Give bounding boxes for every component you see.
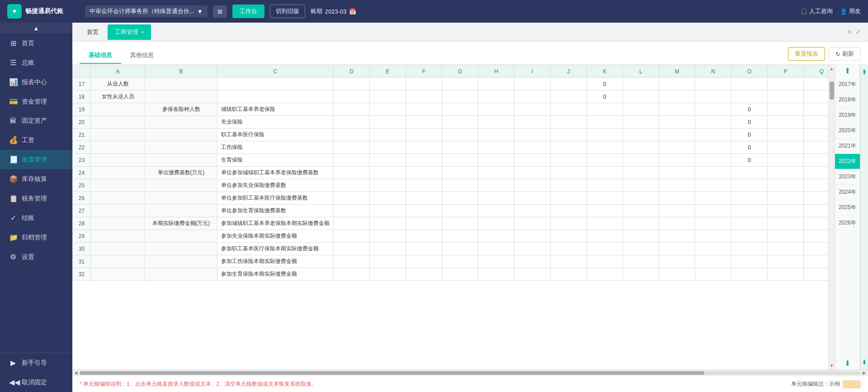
cell-G-24[interactable]	[442, 167, 478, 179]
cell-E-28[interactable]	[370, 217, 406, 230]
year-panel-down[interactable]: ⬇	[835, 357, 860, 369]
cell-C-21[interactable]: 职工基本医疗保险	[217, 129, 334, 141]
cell-P-28[interactable]	[768, 217, 804, 230]
cell-C-29[interactable]: 参加失业保险本期实际缴费金额	[217, 230, 334, 243]
cell-J-18[interactable]	[551, 91, 587, 103]
cell-D-18[interactable]	[334, 91, 370, 103]
cell-H-31[interactable]	[478, 255, 514, 268]
cell-L-19[interactable]	[623, 103, 659, 116]
cell-Q-19[interactable]	[804, 103, 829, 116]
cell-P-32[interactable]	[768, 268, 804, 281]
cell-J-17[interactable]	[551, 78, 587, 91]
cell-C-24[interactable]: 单位参加城镇职工基本养老保险缴费基数	[217, 167, 334, 179]
cell-F-30[interactable]	[406, 243, 442, 255]
cell-I-29[interactable]	[514, 230, 551, 243]
cell-P-24[interactable]	[768, 167, 804, 179]
cell-G-25[interactable]	[442, 179, 478, 192]
vscroll-track[interactable]	[829, 72, 835, 362]
cell-E-17[interactable]	[370, 78, 406, 91]
window-close-icon[interactable]: ×	[848, 28, 852, 36]
cell-C-18[interactable]	[217, 91, 334, 103]
cell-M-18[interactable]	[659, 91, 695, 103]
cell-N-21[interactable]	[695, 129, 731, 141]
sidebar-item-inventory[interactable]: 📦库存核算	[0, 169, 72, 189]
cell-P-30[interactable]	[768, 243, 804, 255]
cell-N-30[interactable]	[695, 243, 731, 255]
cell-P-27[interactable]	[768, 205, 804, 217]
cell-A-19[interactable]	[91, 103, 145, 116]
cell-P-29[interactable]	[768, 230, 804, 243]
vscroll-down[interactable]: ▼	[829, 362, 835, 369]
cell-H-29[interactable]	[478, 230, 514, 243]
cell-D-21[interactable]	[334, 129, 370, 141]
cell-M-28[interactable]	[659, 217, 695, 230]
hscroll-right[interactable]: ▶	[863, 370, 866, 375]
sub-tab-basic[interactable]: 基础信息	[80, 48, 121, 64]
cell-L-29[interactable]	[623, 230, 659, 243]
cell-K-25[interactable]	[587, 179, 623, 192]
cell-K-28[interactable]	[587, 217, 623, 230]
cell-O-25[interactable]	[731, 179, 768, 192]
cell-D-22[interactable]	[334, 141, 370, 154]
cell-Q-28[interactable]	[804, 217, 829, 230]
cell-B-21[interactable]	[145, 129, 217, 141]
cell-B-29[interactable]	[145, 230, 217, 243]
year-item-2021年[interactable]: 2021年	[835, 139, 860, 154]
cell-O-32[interactable]	[731, 268, 768, 281]
cell-B-31[interactable]	[145, 255, 217, 268]
cell-C-20[interactable]: 失业保险	[217, 116, 334, 129]
sidebar-item-report[interactable]: 📊报表中心	[0, 72, 72, 92]
cell-A-27[interactable]	[91, 205, 145, 217]
cell-B-20[interactable]	[145, 116, 217, 129]
cell-L-32[interactable]	[623, 268, 659, 281]
tab-close-icon[interactable]: ×	[141, 29, 144, 35]
cell-O-22[interactable]: 0	[731, 141, 768, 154]
cell-J-32[interactable]	[551, 268, 587, 281]
sidebar-item-home[interactable]: ⊞首页	[0, 33, 72, 53]
cell-Q-18[interactable]	[804, 91, 829, 103]
cell-E-18[interactable]	[370, 91, 406, 103]
cell-H-27[interactable]	[478, 205, 514, 217]
cell-H-26[interactable]	[478, 192, 514, 205]
cell-D-29[interactable]	[334, 230, 370, 243]
cell-O-29[interactable]	[731, 230, 768, 243]
cell-E-25[interactable]	[370, 179, 406, 192]
cell-E-22[interactable]	[370, 141, 406, 154]
cell-D-24[interactable]	[334, 167, 370, 179]
cell-G-28[interactable]	[442, 217, 478, 230]
cell-C-27[interactable]: 单位参加生育保险缴费基数	[217, 205, 334, 217]
cell-B-30[interactable]	[145, 243, 217, 255]
cell-C-28[interactable]: 参加城镇职工基本养老保险本期实际缴费金额	[217, 217, 334, 230]
cell-C-31[interactable]: 参加工伤保险本期实际缴费金额	[217, 255, 334, 268]
cell-F-31[interactable]	[406, 255, 442, 268]
vertical-scrollbar[interactable]: ▲ ▼	[828, 65, 835, 369]
cell-I-18[interactable]	[514, 91, 551, 103]
cell-J-30[interactable]	[551, 243, 587, 255]
sidebar-item-assets[interactable]: 🏛固定资产	[0, 111, 72, 130]
cell-H-22[interactable]	[478, 141, 514, 154]
year-item-2024年[interactable]: 2024年	[835, 185, 860, 200]
cell-E-21[interactable]	[370, 129, 406, 141]
cell-N-23[interactable]	[695, 154, 731, 167]
cell-M-27[interactable]	[659, 205, 695, 217]
cell-F-17[interactable]	[406, 78, 442, 91]
cell-Q-17[interactable]	[804, 78, 829, 91]
collapse-up-icon[interactable]: ⬆	[862, 68, 867, 76]
cell-F-24[interactable]	[406, 167, 442, 179]
cell-E-27[interactable]	[370, 205, 406, 217]
cell-A-21[interactable]	[91, 129, 145, 141]
cell-E-29[interactable]	[370, 230, 406, 243]
cell-B-17[interactable]	[145, 78, 217, 91]
cell-F-27[interactable]	[406, 205, 442, 217]
cell-H-20[interactable]	[478, 116, 514, 129]
cell-B-26[interactable]	[145, 192, 217, 205]
year-item-2025年[interactable]: 2025年	[835, 200, 860, 215]
year-item-2019年[interactable]: 2019年	[835, 108, 860, 123]
cell-J-21[interactable]	[551, 129, 587, 141]
cell-J-31[interactable]	[551, 255, 587, 268]
sidebar-item-salary[interactable]: 💰工资	[0, 130, 72, 150]
cell-I-30[interactable]	[514, 243, 551, 255]
cell-K-18[interactable]: 0	[587, 91, 623, 103]
cell-A-31[interactable]	[91, 255, 145, 268]
cell-M-22[interactable]	[659, 141, 695, 154]
